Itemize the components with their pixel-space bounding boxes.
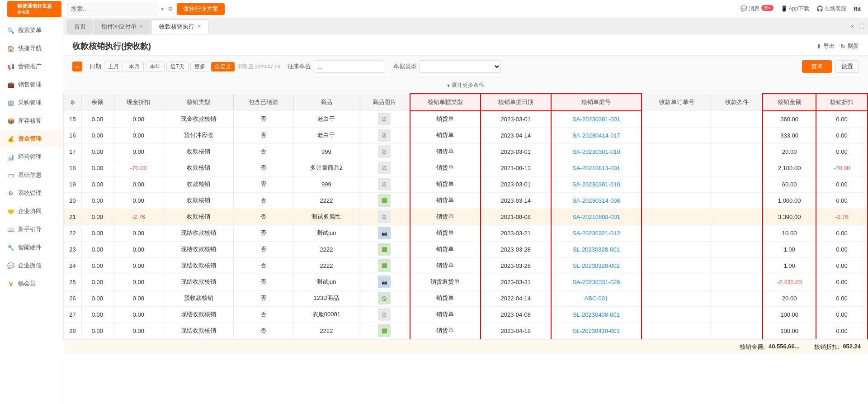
doc-no-link[interactable]: SA-20230301-010: [572, 148, 620, 155]
sidebar-item-quick-nav[interactable]: 🏠 快捷导航: [0, 40, 63, 57]
cell-doc-no[interactable]: SA-20230314-008: [551, 192, 642, 209]
sidebar-item-finance[interactable]: 💰 资金管理: [0, 130, 63, 147]
th-index[interactable]: ⚙: [64, 94, 82, 111]
sidebar-item-marketing[interactable]: 📢 营销推广: [0, 58, 63, 75]
doc-no-link[interactable]: SL-20230328-002: [573, 262, 620, 269]
cell-writeoff-discount: 0.00: [816, 225, 868, 241]
cell-doc-type: 销货单: [410, 225, 481, 241]
doctype-select[interactable]: [420, 60, 501, 73]
doc-no-link[interactable]: SA-20230331-026: [572, 279, 620, 285]
setting-btn[interactable]: 设置: [835, 60, 859, 73]
cell-doc-no[interactable]: SA-20230321-012: [551, 225, 642, 241]
sidebar-item-collab[interactable]: 🤝 企业协同: [0, 203, 63, 220]
cell-writeoff-discount: -2.76: [816, 209, 868, 225]
query-btn[interactable]: 查询: [802, 60, 832, 73]
tab-expand-icon[interactable]: ⛶: [859, 23, 864, 30]
cell-writeoff-type: 现结收款核销: [164, 306, 233, 323]
sidebar-item-sales[interactable]: 💼 销售管理: [0, 76, 63, 93]
sidebar-item-system[interactable]: ⚙ 系统管理: [0, 185, 63, 202]
filter-expand-btn[interactable]: »: [72, 62, 82, 71]
settings-icon[interactable]: ⚙: [168, 5, 173, 12]
export-btn[interactable]: ⬆ 导出: [816, 42, 835, 50]
cell-doc-no[interactable]: SA-20210808-001: [551, 209, 642, 225]
sidebar-label: 采购管理: [18, 99, 42, 107]
doctype-label: 单据类型: [393, 62, 417, 71]
cell-doc-no[interactable]: SA-20230331-026: [551, 274, 642, 290]
cell-balance: 0.00: [82, 111, 113, 127]
cell-balance: 0.00: [82, 209, 113, 225]
cell-doc-no[interactable]: ABC-001: [551, 290, 642, 306]
sidebar-item-purchase[interactable]: 🏢 采购管理: [0, 94, 63, 111]
table-row: 17 0.00 0.00 收款核销 否 999 🖼 销货单 2023-03-01…: [64, 143, 868, 160]
sidebar-item-operations[interactable]: 📊 经营管理: [0, 148, 63, 166]
cell-goods-img: 🏠: [359, 290, 410, 306]
cell-doc-no[interactable]: SA-20210813-001: [551, 160, 642, 176]
cell-doc-no[interactable]: SL-20230328-001: [551, 241, 642, 257]
cell-writeoff-discount: 0.00: [816, 274, 868, 290]
partner-input[interactable]: [314, 60, 386, 73]
cell-doc-date: 2023-04-08: [481, 306, 551, 323]
sidebar-item-guide[interactable]: 📖 新手引导: [0, 221, 63, 238]
solution-btn[interactable]: 体验行业方案: [177, 3, 225, 15]
sidebar-item-wechat[interactable]: 💬 企业微信: [0, 257, 63, 274]
tab-close-all-icon[interactable]: ✕: [850, 23, 855, 30]
tab-receipt-writeoff-close[interactable]: ✕: [197, 24, 201, 29]
tab-home[interactable]: 首页: [67, 19, 93, 34]
expand-more-btn[interactable]: ▾ 展开更多条件: [443, 80, 488, 91]
cell-cash-discount: 0.00: [113, 176, 164, 192]
export-label: 导出: [823, 42, 835, 50]
date-btn-7days[interactable]: 近7天: [166, 62, 189, 72]
cell-doc-no[interactable]: SA-20230301-001: [551, 111, 642, 127]
cell-doc-no[interactable]: SA-20230301-010: [551, 143, 642, 160]
sidebar-item-smart-hw[interactable]: 🔧 智能硬件: [0, 239, 63, 256]
doc-no-link[interactable]: SA-20230301-010: [572, 181, 620, 188]
cell-doc-type: 销货退货单: [410, 274, 481, 290]
finance-icon: 💰: [7, 136, 14, 143]
doc-no-link[interactable]: SL-20230418-001: [573, 328, 620, 334]
cell-cash-discount: 0.00: [113, 274, 164, 290]
tab-prepay-close[interactable]: ✕: [139, 24, 143, 29]
doc-no-link[interactable]: SA-20230314-008: [572, 197, 620, 204]
dropdown-icon[interactable]: ▾: [161, 5, 164, 12]
doc-no-link[interactable]: SL-20230328-001: [573, 246, 620, 253]
doc-no-link[interactable]: SA-20230414-017: [572, 132, 620, 139]
cell-writeoff-type: 收款核销: [164, 176, 233, 192]
th-has-settled: 包含已结清: [233, 94, 293, 111]
doc-no-link[interactable]: ABC-001: [585, 295, 609, 302]
doc-no-link[interactable]: SA-20210808-001: [572, 214, 620, 220]
refresh-btn[interactable]: ↻ 刷新: [840, 42, 859, 50]
date-custom-btn[interactable]: 自定义: [211, 62, 235, 71]
cell-writeoff-type: 现结收款核销: [164, 257, 233, 274]
cell-goods: 123D商品: [294, 290, 359, 306]
cell-doc-no[interactable]: SL-20230418-001: [551, 323, 642, 339]
tab-prepay[interactable]: 预付冲应付单 ✕: [94, 19, 151, 34]
cell-doc-no[interactable]: SL-20230408-001: [551, 306, 642, 323]
sidebar-item-inventory[interactable]: 📦 库存核算: [0, 112, 63, 129]
sidebar-item-search-menu[interactable]: 🔍 搜索菜单: [0, 22, 63, 39]
cell-doc-no[interactable]: SA-20230414-017: [551, 127, 642, 143]
doc-no-link[interactable]: SA-20230321-012: [572, 230, 620, 237]
cell-doc-no[interactable]: SA-20230301-010: [551, 176, 642, 192]
sidebar-item-vip[interactable]: V 畅会员: [0, 275, 63, 292]
date-btn-more[interactable]: 更多: [190, 62, 209, 72]
goods-image: 🟩: [378, 324, 391, 337]
online-service-btn[interactable]: 🎧 在线客服: [816, 5, 846, 13]
cell-doc-no[interactable]: SL-20230328-002: [551, 257, 642, 274]
date-btn-last-month[interactable]: 上月: [104, 62, 123, 72]
user-name[interactable]: Rit: [854, 6, 861, 12]
doc-no-link[interactable]: SL-20230408-001: [573, 311, 620, 318]
messages-btn[interactable]: 💬 消息 99+: [741, 5, 774, 13]
app-download-btn[interactable]: 📱 App下载: [781, 5, 809, 13]
cell-index: 25: [64, 274, 82, 290]
sidebar-item-basic-info[interactable]: 🗃 基础信息: [0, 166, 63, 184]
date-btn-this-month[interactable]: 本月: [125, 62, 144, 72]
doc-no-link[interactable]: SA-20210813-001: [572, 165, 620, 171]
cell-writeoff-amount: 10.00: [763, 225, 816, 241]
date-btn-this-year[interactable]: 本年: [146, 62, 165, 72]
cell-goods: 测试多属性: [294, 209, 359, 225]
top-search-input[interactable]: [67, 3, 157, 15]
tab-receipt-writeoff[interactable]: 收款核销执行 ✕: [151, 19, 209, 34]
doc-no-link[interactable]: SA-20230301-001: [572, 116, 620, 123]
cell-receipt-order-no: [642, 160, 712, 176]
cell-index: 18: [64, 160, 82, 176]
